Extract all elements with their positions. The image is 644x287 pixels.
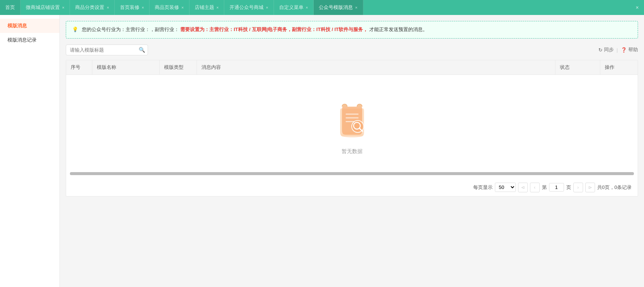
sidebar-item-template-message[interactable]: 模版消息 — [0, 19, 59, 33]
tab-store-settings[interactable]: 微商城店铺设置 × — [21, 0, 70, 15]
empty-icon — [330, 97, 375, 142]
close-tab-homepage[interactable]: × — [142, 5, 144, 10]
tab-homepage-decoration[interactable]: 首页装修 × — [115, 0, 150, 15]
table-header: 序号 模版名称 模版类型 消息内容 状态 操作 — [66, 60, 638, 75]
main-layout: 模版消息 模版消息记录 💡 您的公众号行业为：主营行业：，副营行业： 需要设置为… — [0, 15, 644, 287]
close-tab-custom-menu[interactable]: × — [306, 5, 308, 10]
tab-custom-menu[interactable]: 自定义菜单 × — [274, 0, 314, 15]
content-area: 💡 您的公众号行业为：主营行业：，副营行业： 需要设置为：主营行业：IT科技 /… — [60, 15, 644, 287]
data-table: 序号 模版名称 模版类型 消息内容 状态 操作 — [66, 60, 638, 196]
col-action: 操作 — [600, 60, 638, 74]
tab-store-theme[interactable]: 店铺主题 × — [189, 0, 224, 15]
notice-banner: 💡 您的公众号行业为：主营行业：，副营行业： 需要设置为：主营行业：IT科技 /… — [66, 21, 638, 39]
close-all-tabs-button[interactable]: × — [631, 4, 644, 10]
close-tab-category[interactable]: × — [107, 5, 109, 10]
sidebar: 模版消息 模版消息记录 — [0, 15, 60, 287]
notice-icon: 💡 — [72, 27, 78, 32]
search-bar: 🔍 ↻ 同步 | ❓ 帮助 — [66, 45, 638, 55]
close-tab-theme[interactable]: × — [216, 5, 219, 10]
close-tab-product-page[interactable]: × — [181, 5, 184, 10]
scrollbar-container — [66, 172, 638, 179]
next-page-button[interactable]: › — [573, 183, 583, 192]
empty-state: 暂无数据 — [66, 75, 638, 170]
page-number-input[interactable] — [549, 183, 564, 192]
total-text: 共0页，0条记录 — [597, 184, 632, 191]
tab-product-page-decoration[interactable]: 商品页装修 × — [150, 0, 189, 15]
close-tab-store-settings[interactable]: × — [62, 5, 64, 10]
tab-open-wechat-store[interactable]: 开通公众号商城 × — [224, 0, 274, 15]
sync-icon: ↻ — [598, 47, 603, 53]
toolbar-right: ↻ 同步 | ❓ 帮助 — [598, 46, 638, 53]
notice-highlight: 需要设置为：主营行业：IT科技 / 互联网|电子商务，副营行业：IT科技 / I… — [180, 27, 368, 32]
page-size-select[interactable]: 50 10 20 100 — [495, 183, 516, 192]
tab-category-settings[interactable]: 商品分类设置 × — [70, 0, 114, 15]
page-size-label: 每页显示 — [473, 184, 493, 191]
last-page-button[interactable]: ⊳ — [585, 183, 595, 192]
col-index: 序号 — [66, 60, 92, 74]
help-icon: ❓ — [621, 47, 627, 53]
page-unit: 页 — [566, 184, 571, 191]
col-template-name: 模版名称 — [92, 60, 160, 74]
col-template-type: 模版类型 — [160, 60, 197, 74]
close-tab-wechat-store[interactable]: × — [266, 5, 268, 10]
search-icon[interactable]: 🔍 — [139, 47, 145, 53]
notice-prefix: 您的公众号行业为：主营行业：，副营行业： — [82, 27, 179, 32]
scrollbar-thumb[interactable] — [70, 172, 634, 175]
scrollbar-track[interactable] — [70, 172, 634, 175]
sync-button[interactable]: ↻ 同步 — [598, 46, 614, 53]
pagination: 每页显示 50 10 20 100 ⊲ ‹ 第 页 › ⊳ 共0页，0条记录 — [66, 179, 638, 196]
divider: | — [617, 47, 618, 53]
prev-page-button[interactable]: ‹ — [530, 183, 540, 192]
first-page-button[interactable]: ⊲ — [518, 183, 528, 192]
search-input-wrap: 🔍 — [66, 45, 148, 55]
col-message-content: 消息内容 — [197, 60, 555, 74]
empty-text: 暂无数据 — [342, 148, 363, 155]
tab-template-message[interactable]: 公众号模版消息 × — [314, 0, 363, 15]
close-tab-template[interactable]: × — [355, 5, 357, 10]
topbar: 首页 微商城店铺设置 × 商品分类设置 × 首页装修 × 商品页装修 × 店铺主… — [0, 0, 644, 15]
notice-suffix: 才能正常发送预置的消息。 — [369, 27, 428, 32]
col-status: 状态 — [555, 60, 600, 74]
tab-home[interactable]: 首页 — [0, 0, 21, 15]
search-input[interactable] — [66, 45, 148, 55]
help-button[interactable]: ❓ 帮助 — [621, 46, 638, 53]
sidebar-item-template-message-records[interactable]: 模版消息记录 — [0, 33, 59, 47]
page-label: 第 — [542, 184, 547, 191]
